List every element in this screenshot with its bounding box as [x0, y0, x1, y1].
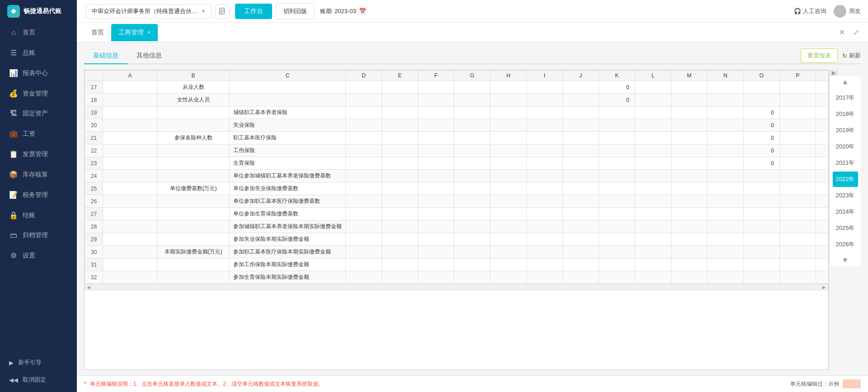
cell-b[interactable] [157, 233, 230, 246]
cell-h[interactable] [491, 208, 527, 220]
cell-c[interactable] [230, 94, 346, 106]
cell-q[interactable] [816, 170, 829, 182]
tab-other-info[interactable]: 其他信息 [127, 48, 171, 64]
cell-p[interactable] [780, 144, 816, 157]
cell-e[interactable] [382, 157, 418, 170]
cell-k[interactable] [599, 195, 635, 208]
cell-a[interactable] [103, 132, 157, 144]
cell-f[interactable] [418, 106, 454, 119]
cell-b[interactable] [157, 271, 230, 284]
cell-q[interactable] [816, 106, 829, 119]
tab-basic-info[interactable]: 基础信息 [84, 48, 127, 64]
cell-a[interactable] [103, 170, 157, 182]
cell-o[interactable] [744, 94, 780, 106]
cell-g[interactable] [454, 170, 491, 182]
cell-o[interactable] [744, 233, 780, 246]
cell-e[interactable] [382, 182, 418, 195]
cell-p[interactable] [780, 220, 816, 233]
year-item-2022[interactable]: 2022年 [833, 172, 858, 187]
cell-h[interactable] [491, 258, 527, 271]
cell-i[interactable] [527, 220, 563, 233]
cell-c[interactable] [230, 81, 346, 94]
cell-c[interactable]: 单位参加失业保险缴费基数 [230, 182, 346, 195]
cell-a[interactable] [103, 106, 157, 119]
cell-b[interactable] [157, 258, 230, 271]
cell-m[interactable] [671, 94, 708, 106]
year-item-2017[interactable]: 2017年 [833, 90, 858, 105]
cell-h[interactable] [491, 271, 527, 284]
cell-m[interactable] [671, 233, 708, 246]
sidebar-item-payroll[interactable]: 💼工资 [0, 124, 77, 144]
cell-k[interactable] [599, 220, 635, 233]
cell-h[interactable] [491, 246, 527, 258]
user-button[interactable]: 用友 [834, 5, 861, 18]
cell-g[interactable] [454, 220, 491, 233]
cell-c[interactable]: 单位参加城镇职工基本养老保险缴费基数 [230, 170, 346, 182]
cell-g[interactable] [454, 195, 491, 208]
cell-q[interactable] [816, 246, 829, 258]
cell-f[interactable] [418, 157, 454, 170]
cell-o[interactable] [744, 81, 780, 94]
cell-c[interactable]: 参加城镇职工基本养老保险本期实际缴费金额 [230, 220, 346, 233]
cell-l[interactable] [635, 246, 671, 258]
cell-p[interactable] [780, 246, 816, 258]
sidebar-item-archive[interactable]: 🗃归档管理 [0, 225, 77, 245]
cell-o[interactable] [744, 271, 780, 284]
cell-a[interactable] [103, 157, 157, 170]
cell-q[interactable] [816, 208, 829, 220]
sidebar-item-home[interactable]: ⌂首页 [0, 23, 77, 43]
year-item-2026[interactable]: 2026年 [833, 237, 858, 252]
cell-i[interactable] [527, 233, 563, 246]
cell-q[interactable] [816, 233, 829, 246]
cell-n[interactable] [708, 81, 744, 94]
cell-b[interactable] [157, 157, 230, 170]
cell-h[interactable] [491, 233, 527, 246]
cell-l[interactable] [635, 94, 671, 106]
cell-j[interactable] [563, 157, 599, 170]
cell-d[interactable] [346, 119, 382, 132]
cell-l[interactable] [635, 119, 671, 132]
sidebar-item-inventory[interactable]: 📦库存核算 [0, 164, 77, 185]
cell-n[interactable] [708, 119, 744, 132]
sidebar-item-settings[interactable]: ⚙设置 [0, 245, 77, 266]
year-item-2025[interactable]: 2025年 [833, 220, 858, 236]
cell-i[interactable] [527, 182, 563, 195]
cell-l[interactable] [635, 157, 671, 170]
cell-d[interactable] [346, 258, 382, 271]
cell-m[interactable] [671, 81, 708, 94]
cell-m[interactable] [671, 119, 708, 132]
cell-j[interactable] [563, 195, 599, 208]
cell-m[interactable] [671, 208, 708, 220]
sidebar-item-unpin[interactable]: ◀◀ 取消固定 [0, 371, 77, 388]
cell-e[interactable] [382, 144, 418, 157]
cell-h[interactable] [491, 144, 527, 157]
cell-h[interactable] [491, 119, 527, 132]
cell-o[interactable] [744, 220, 780, 233]
cell-a[interactable] [103, 258, 157, 271]
cell-e[interactable] [382, 208, 418, 220]
cell-n[interactable] [708, 94, 744, 106]
cell-b[interactable]: 从业人数 [157, 81, 230, 94]
cell-b[interactable] [157, 144, 230, 157]
cell-o[interactable] [744, 208, 780, 220]
cell-d[interactable] [346, 81, 382, 94]
cell-a[interactable] [103, 220, 157, 233]
cell-o[interactable]: 0 [744, 144, 780, 157]
year-scroll-down-button[interactable]: ▼ [830, 254, 861, 266]
cell-m[interactable] [671, 246, 708, 258]
cell-j[interactable] [563, 132, 599, 144]
cell-q[interactable] [816, 157, 829, 170]
cell-d[interactable] [346, 271, 382, 284]
cell-f[interactable] [418, 132, 454, 144]
tab-home[interactable]: 首页 [84, 24, 111, 41]
cell-g[interactable] [454, 157, 491, 170]
cell-m[interactable] [671, 132, 708, 144]
cell-g[interactable] [454, 271, 491, 284]
cell-q[interactable] [816, 258, 829, 271]
cell-p[interactable] [780, 271, 816, 284]
cell-c[interactable]: 失业保险 [230, 119, 346, 132]
close-window-icon[interactable]: ✕ [837, 26, 847, 38]
cell-e[interactable] [382, 246, 418, 258]
cell-p[interactable] [780, 233, 816, 246]
cell-q[interactable] [816, 144, 829, 157]
